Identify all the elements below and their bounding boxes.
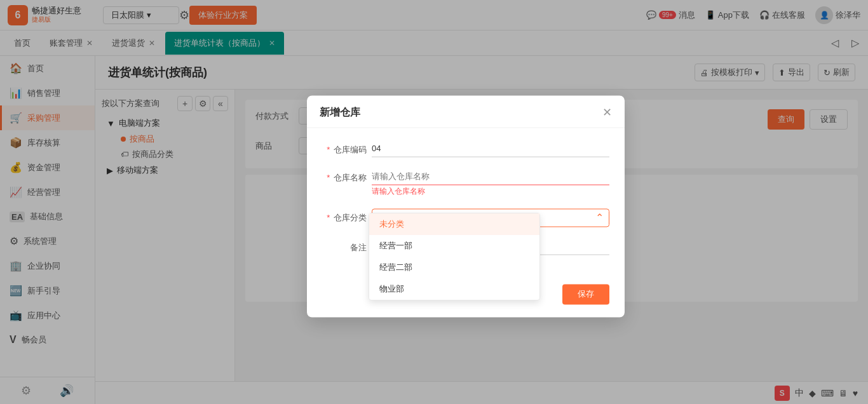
code-input[interactable] [372, 140, 609, 157]
category-label: * 仓库分类 [322, 208, 367, 224]
name-label: * 仓库名称 [322, 168, 367, 184]
code-label-text: 仓库编码 [334, 145, 367, 154]
dropdown-item-uncategorized[interactable]: 未分类 [369, 213, 539, 235]
name-input-wrapper: 请输入仓库名称 [372, 168, 609, 197]
code-label: * 仓库编码 [322, 140, 367, 156]
chevron-up-icon[interactable]: ⌃ [595, 212, 604, 224]
name-error-msg: 请输入仓库名称 [372, 186, 609, 197]
dropdown-item-property[interactable]: 物业部 [369, 278, 539, 300]
code-row: * 仓库编码 [322, 140, 609, 157]
category-label-text: 仓库分类 [334, 213, 367, 222]
save-button[interactable]: 保存 [562, 284, 609, 304]
note-label: 备注 [322, 238, 367, 253]
required-mark-name: * [327, 173, 330, 182]
name-input[interactable] [372, 168, 609, 185]
note-label-text: 备注 [350, 243, 367, 252]
name-row: * 仓库名称 请输入仓库名称 [322, 168, 609, 197]
dropdown-item-dept1[interactable]: 经营一部 [369, 235, 539, 257]
code-input-wrapper [372, 140, 609, 157]
name-label-text: 仓库名称 [334, 173, 367, 182]
dialog-header: 新增仓库 ✕ [307, 95, 625, 128]
dialog-close-btn[interactable]: ✕ [602, 105, 612, 119]
dialog-title: 新增仓库 [320, 106, 360, 119]
required-mark-code: * [327, 145, 330, 154]
required-mark-category: * [327, 213, 330, 222]
dropdown-item-dept2[interactable]: 经营二部 [369, 257, 539, 278]
category-dropdown: 未分类 经营一部 经营二部 物业部 [369, 213, 540, 300]
